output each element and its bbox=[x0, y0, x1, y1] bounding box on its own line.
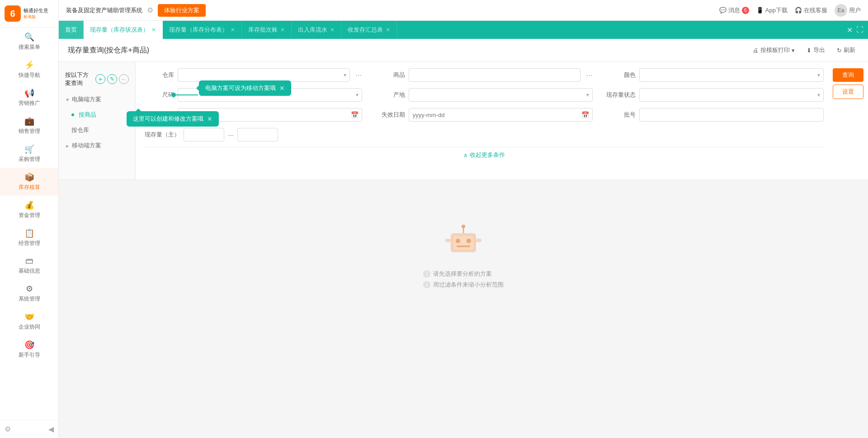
user-label: 用户 bbox=[849, 6, 861, 14]
tab-close-stock-status[interactable]: ✕ bbox=[151, 27, 156, 33]
online-service-btn[interactable]: 🎧 在线客服 bbox=[795, 6, 827, 14]
tab-stock-dist[interactable]: 现存量（库存分布表） ✕ bbox=[163, 21, 242, 39]
refresh-btn[interactable]: ↻ 刷新 bbox=[833, 44, 859, 56]
topbar-gear-icon[interactable]: ⚙ bbox=[147, 6, 153, 14]
scheme-group-mobile-label: 移动端方案 bbox=[72, 141, 101, 150]
empty-hint-1: 请先选择要分析的方案 bbox=[423, 268, 504, 279]
svg-rect-8 bbox=[476, 239, 481, 242]
tab-batch-ledger[interactable]: 库存批次账 ✕ bbox=[242, 21, 292, 39]
sidebar-item-operations[interactable]: 📋 经营管理 bbox=[0, 224, 58, 252]
message-label: 消息 bbox=[728, 6, 740, 14]
export-btn[interactable]: ⬇ 导出 bbox=[803, 44, 829, 56]
stock-main-to-input[interactable] bbox=[237, 128, 278, 141]
setting-btn[interactable]: 设置 bbox=[833, 85, 863, 99]
color-select[interactable] bbox=[639, 68, 824, 82]
tooltip-create-scheme: 这里可以创建和修改方案哦 ✕ bbox=[127, 111, 219, 127]
app-download-btn[interactable]: 📱 App下载 bbox=[756, 6, 788, 14]
collapse-sidebar-icon[interactable]: ◀ bbox=[48, 425, 54, 433]
user-area[interactable]: Ea 用户 bbox=[835, 4, 861, 17]
scheme-group-pc-label: 电脑端方案 bbox=[72, 95, 101, 104]
tab-close-batch-ledger[interactable]: ✕ bbox=[280, 27, 285, 33]
message-btn[interactable]: 💬 消息 6 bbox=[719, 6, 749, 14]
sidebar-item-finance[interactable]: 💰 资金管理 bbox=[0, 196, 58, 224]
tab-stock-status-label: 现存量（库存状况表） bbox=[90, 26, 149, 34]
scheme-item-warehouse[interactable]: 按仓库 bbox=[59, 122, 135, 138]
sidebar-item-label: 经营管理 bbox=[19, 240, 40, 247]
sidebar-item-enterprise[interactable]: 🤝 企业协同 bbox=[0, 307, 58, 335]
batch-input[interactable] bbox=[639, 108, 824, 122]
goods-input[interactable] bbox=[409, 68, 581, 82]
tab-close-receive-send-summary[interactable]: ✕ bbox=[386, 27, 390, 33]
query-action-area: 查询 设置 bbox=[833, 62, 868, 179]
add-scheme-btn[interactable]: + bbox=[95, 74, 105, 84]
scheme-group-mobile[interactable]: ▸ 移动端方案 bbox=[59, 138, 135, 153]
sidebar-menu: 🔍 搜索菜单 ⚡ 快捷导航 📢 营销推广 💼 销售管理 🛒 采购管理 📦 库存核… bbox=[0, 28, 58, 420]
group-arrow2-icon: ▸ bbox=[66, 142, 69, 149]
topbar-right: 💬 消息 6 📱 App下载 🎧 在线客服 Ea 用户 bbox=[719, 4, 861, 17]
print-dropdown-icon: ▾ bbox=[792, 47, 795, 54]
origin-select[interactable] bbox=[409, 88, 593, 102]
stock-main-label: 现存量（主） bbox=[145, 131, 180, 139]
back-btn[interactable]: ← bbox=[119, 74, 129, 84]
sidebar-item-inventory[interactable]: 📦 库存核算 bbox=[0, 168, 58, 196]
query-btn[interactable]: 查询 bbox=[833, 68, 863, 82]
sidebar-item-label: 库存核算 bbox=[19, 184, 40, 191]
expire-date-input[interactable] bbox=[409, 108, 593, 122]
tab-home[interactable]: 首页 bbox=[59, 21, 84, 39]
goods-label: 商品 bbox=[376, 71, 405, 79]
settings-bottom-icon[interactable]: ⚙ bbox=[5, 425, 11, 433]
export-icon: ⬇ bbox=[807, 47, 811, 54]
sidebar-item-quick-nav[interactable]: ⚡ 快捷导航 bbox=[0, 56, 58, 84]
page-actions: 🖨 按模板打印 ▾ ⬇ 导出 ↻ 刷新 bbox=[749, 44, 859, 56]
filter-collapse-btn[interactable]: ∧ 收起更多条件 bbox=[145, 147, 824, 163]
tab-stock-dist-label: 现存量（库存分布表） bbox=[169, 26, 228, 34]
sidebar-item-label: 营销推广 bbox=[19, 99, 40, 107]
scheme-group-pc[interactable]: ▾ 电脑端方案 bbox=[59, 92, 135, 107]
sidebar-item-sales[interactable]: 💼 销售管理 bbox=[0, 112, 58, 140]
sidebar-item-label: 新手引导 bbox=[19, 351, 40, 359]
warehouse-select[interactable] bbox=[178, 68, 350, 82]
sidebar-item-marketing[interactable]: 📢 营销推广 bbox=[0, 84, 58, 112]
tab-close-all-icon[interactable]: ✕ bbox=[847, 26, 853, 34]
sidebar-item-system[interactable]: ⚙ 系统管理 bbox=[0, 279, 58, 307]
sidebar-item-search[interactable]: 🔍 搜索菜单 bbox=[0, 28, 58, 56]
tooltip-text-2: 这里可以创建和修改方案哦 bbox=[133, 115, 203, 123]
sidebar-item-basic-info[interactable]: 🗃 基础信息 bbox=[0, 252, 58, 279]
trial-btn[interactable]: 体验行业方案 bbox=[158, 4, 206, 17]
size-label: 尺码 bbox=[145, 91, 174, 99]
expire-date-label: 失效日期 bbox=[376, 111, 405, 119]
tooltip-close-1[interactable]: ✕ bbox=[279, 85, 285, 92]
stock-status-row: 现存量状态 bbox=[606, 88, 824, 102]
warehouse-row: 仓库 ··· bbox=[145, 68, 362, 82]
tab-close-in-out-flow[interactable]: ✕ bbox=[330, 27, 335, 33]
tab-in-out-flow[interactable]: 出入库流水 ✕ bbox=[292, 21, 341, 39]
print-btn[interactable]: 🖨 按模板打印 ▾ bbox=[749, 44, 798, 56]
stock-main-from-input[interactable] bbox=[184, 128, 224, 141]
tab-stock-status[interactable]: 现存量（库存状况表） ✕ bbox=[84, 21, 163, 39]
tabbar-right-actions: ✕ ⛶ bbox=[842, 21, 868, 39]
batch-label: 批号 bbox=[606, 111, 636, 119]
tab-close-stock-dist[interactable]: ✕ bbox=[231, 27, 235, 33]
app-download-label: App下载 bbox=[765, 6, 788, 14]
edit-scheme-btn[interactable]: ✎ bbox=[107, 74, 117, 84]
tab-receive-send-summary[interactable]: 收发存汇总表 ✕ bbox=[341, 21, 397, 39]
tab-fullscreen-icon[interactable]: ⛶ bbox=[856, 26, 863, 34]
svg-rect-1 bbox=[453, 236, 473, 250]
headset-icon: 🎧 bbox=[795, 7, 802, 14]
topbar: 装备及固定资产辅助管理系统 ⚙ 体验行业方案 💬 消息 6 📱 App下载 🎧 … bbox=[59, 0, 868, 21]
logo-icon: 6 bbox=[5, 5, 21, 22]
tooltip-close-2[interactable]: ✕ bbox=[207, 115, 212, 122]
stock-status-select-wrap bbox=[639, 88, 824, 102]
refresh-icon: ↻ bbox=[837, 47, 842, 54]
scheme-item-goods[interactable]: 按商品 bbox=[59, 107, 135, 122]
message-badge: 6 bbox=[742, 7, 749, 14]
svg-point-2 bbox=[456, 239, 460, 243]
expire-date-cal-icon: 📅 bbox=[581, 111, 589, 118]
sidebar-item-label: 基础信息 bbox=[19, 267, 40, 275]
sidebar-item-guide[interactable]: 🎯 新手引导 bbox=[0, 335, 58, 363]
sidebar-item-purchase[interactable]: 🛒 采购管理 bbox=[0, 140, 58, 168]
brand-badge: 标准版 bbox=[24, 14, 48, 20]
sidebar-item-label: 企业协同 bbox=[19, 323, 40, 331]
stock-status-select[interactable] bbox=[639, 88, 824, 102]
empty-illustration bbox=[441, 216, 486, 261]
